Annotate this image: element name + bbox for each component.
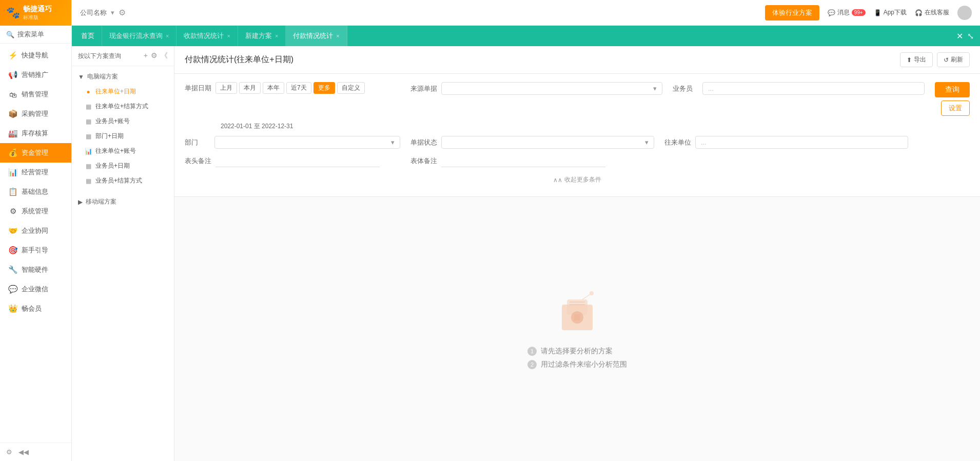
topbar: 公司名称 ▾ ⚙ 体验行业方案 💬 消息 99+ 📱 App下载 🎧 在线客服: [72, 0, 980, 26]
partner-select[interactable]: ...: [695, 136, 908, 149]
online-service-group[interactable]: 🎧 在线客服: [915, 8, 949, 17]
scheme-item-unit-account[interactable]: 📊 往来单位+账号: [72, 144, 174, 158]
scheme-item-unit-date[interactable]: ● 往来单位+日期: [72, 84, 174, 99]
sidebar-item-finance[interactable]: 💰 资金管理: [0, 143, 71, 163]
tab-receipt-label: 收款情况统计: [184, 31, 224, 41]
tab-receipt-close[interactable]: ×: [227, 33, 230, 39]
custom-btn[interactable]: 自定义: [337, 82, 365, 94]
salesman-select[interactable]: ...: [702, 82, 925, 95]
tab-bank-close[interactable]: ×: [166, 33, 169, 39]
refresh-button[interactable]: ↺ 刷新: [937, 52, 970, 67]
empty-state: 1 请先选择要分析的方案 2 用过滤条件来缩小分析范围: [174, 197, 980, 461]
doc-status-select[interactable]: ▾: [441, 136, 654, 149]
header-note-label: 表头备注: [185, 156, 211, 166]
vip-icon: 👑: [8, 304, 17, 313]
tab-new[interactable]: 新建方案 ×: [238, 26, 286, 46]
trial-button[interactable]: 体验行业方案: [765, 5, 819, 21]
purchase-icon: 📦: [8, 109, 17, 118]
sidebar-item-vip[interactable]: 👑 畅会员: [0, 299, 71, 318]
add-scheme-icon[interactable]: +: [144, 51, 148, 61]
topbar-right: 体验行业方案 💬 消息 99+ 📱 App下载 🎧 在线客服: [765, 5, 972, 21]
sidebar-item-guide[interactable]: 🎯 新手引导: [0, 240, 71, 260]
this-month-btn[interactable]: 本月: [239, 82, 261, 94]
settings-topbar-icon[interactable]: ⚙: [119, 8, 126, 17]
expand-group-icon: ▶: [78, 198, 83, 206]
dept-select[interactable]: ▾: [214, 136, 400, 149]
message-group[interactable]: 💬 消息 99+: [828, 8, 866, 17]
panel-header: 按以下方案查询 + ⚙ 《: [72, 46, 174, 66]
tab-home-label: 首页: [81, 31, 94, 41]
sidebar-search[interactable]: 🔍 搜索菜单: [0, 26, 71, 44]
sidebar-item-system[interactable]: ⚙ 系统管理: [0, 202, 71, 221]
page-actions: ⬆ 导出 ↺ 刷新: [900, 52, 970, 67]
app-download-group[interactable]: 📱 App下载: [874, 8, 907, 17]
tab-payment[interactable]: 付款情况统计 ×: [286, 26, 347, 46]
settings-icon[interactable]: ⚙: [6, 448, 12, 456]
body-note-input[interactable]: [441, 155, 605, 167]
sidebar: 🐾 畅捷通巧 标准版 🔍 搜索菜单 ⚡ 快捷导航 📢 营销推广 🛍 销售管理 📦…: [0, 0, 72, 461]
scheme-item-label: 往来单位+结算方式: [95, 102, 148, 111]
date-options: 上月 本月 本年 近7天 更多 自定义: [215, 82, 365, 94]
dropdown-icon[interactable]: ▾: [111, 9, 114, 16]
user-avatar[interactable]: [957, 6, 972, 20]
main-area: 公司名称 ▾ ⚙ 体验行业方案 💬 消息 99+ 📱 App下载 🎧 在线客服: [72, 0, 980, 461]
empty-illustration: [552, 289, 603, 340]
sidebar-item-coop[interactable]: 🤝 企业协同: [0, 221, 71, 240]
scheme-item-staff-date[interactable]: ▦ 业务员+日期: [72, 158, 174, 173]
tab-new-close[interactable]: ×: [275, 33, 278, 39]
collapse-sidebar-icon[interactable]: ◀◀: [18, 448, 29, 456]
tab-bank[interactable]: 现金银行流水查询 ×: [102, 26, 177, 46]
tip-num-1: 1: [527, 347, 537, 356]
message-icon: 💬: [828, 9, 835, 16]
online-service-label: 在线客服: [925, 8, 949, 17]
collapse-more-btn[interactable]: ∧∧ 收起更多条件: [549, 171, 605, 188]
close-all-icon[interactable]: ✕: [956, 31, 963, 41]
sidebar-item-sales[interactable]: 🛍 销售管理: [0, 85, 71, 104]
this-year-btn[interactable]: 本年: [263, 82, 284, 94]
desktop-scheme-group-title[interactable]: ▼ 电脑端方案: [72, 69, 174, 84]
scheme-settings-icon[interactable]: ⚙: [151, 51, 158, 61]
header-note-input[interactable]: [215, 155, 380, 167]
mobile-scheme-group: ▶ 移动端方案: [72, 191, 174, 212]
sidebar-item-label: 营销推广: [22, 70, 48, 79]
action-buttons: 查询 设置: [935, 82, 970, 116]
scheme-item-dept-date[interactable]: ▦ 部门+日期: [72, 129, 174, 144]
export-button[interactable]: ⬆ 导出: [900, 52, 933, 67]
sidebar-item-shortcut[interactable]: ⚡ 快捷导航: [0, 46, 71, 65]
source-dropdown-icon: ▾: [653, 85, 657, 92]
sidebar-item-weixin[interactable]: 💬 企业微信: [0, 279, 71, 299]
tab-receipt[interactable]: 收款情况统计 ×: [177, 26, 238, 46]
sidebar-item-inventory[interactable]: 🏭 库存核算: [0, 124, 71, 143]
scheme-item-staff-account[interactable]: ▦ 业务员+账号: [72, 114, 174, 129]
sidebar-item-label: 库存核算: [22, 129, 48, 138]
content-area: 按以下方案查询 + ⚙ 《 ▼ 电脑端方案 ● 往来单位+日期 ▦: [72, 46, 980, 461]
tab-payment-close[interactable]: ×: [336, 33, 339, 39]
dept-dropdown-icon: ▾: [391, 138, 395, 146]
sidebar-item-purchase[interactable]: 📦 采购管理: [0, 104, 71, 124]
last-7days-btn[interactable]: 近7天: [286, 82, 311, 94]
scheme-item-label: 业务员+日期: [95, 162, 130, 170]
scheme-item-unit-settle[interactable]: ▦ 往来单位+结算方式: [72, 99, 174, 114]
sidebar-item-business[interactable]: 📊 经营管理: [0, 163, 71, 182]
source-label: 来源单据: [410, 84, 437, 93]
sidebar-item-marketing[interactable]: 📢 营销推广: [0, 65, 71, 85]
panel-title: 按以下方案查询: [78, 52, 121, 61]
more-btn[interactable]: 更多: [313, 82, 335, 94]
scheme-icon: ▦: [84, 177, 92, 185]
tab-home[interactable]: 首页: [74, 26, 102, 46]
sidebar-item-basic[interactable]: 📋 基础信息: [0, 182, 71, 202]
mobile-scheme-group-title[interactable]: ▶ 移动端方案: [72, 194, 174, 209]
expand-tab-icon[interactable]: ⤡: [967, 31, 974, 41]
sidebar-item-hardware[interactable]: 🔧 智能硬件: [0, 260, 71, 279]
source-select[interactable]: ▾: [441, 82, 662, 95]
empty-tips: 1 请先选择要分析的方案 2 用过滤条件来缩小分析范围: [527, 347, 627, 369]
query-button[interactable]: 查询: [935, 82, 970, 97]
sidebar-nav: ⚡ 快捷导航 📢 营销推广 🛍 销售管理 📦 采购管理 🏭 库存核算 💰 资金管…: [0, 44, 71, 443]
sales-icon: 🛍: [8, 90, 17, 99]
app-download-label: App下载: [884, 8, 907, 17]
filter-settings-button[interactable]: 设置: [941, 101, 970, 116]
scheme-item-staff-settle[interactable]: ▦ 业务员+结算方式: [72, 173, 174, 188]
last-month-btn[interactable]: 上月: [215, 82, 237, 94]
collapse-panel-icon[interactable]: 《: [161, 51, 168, 61]
scheme-icon: ▦: [84, 117, 92, 126]
